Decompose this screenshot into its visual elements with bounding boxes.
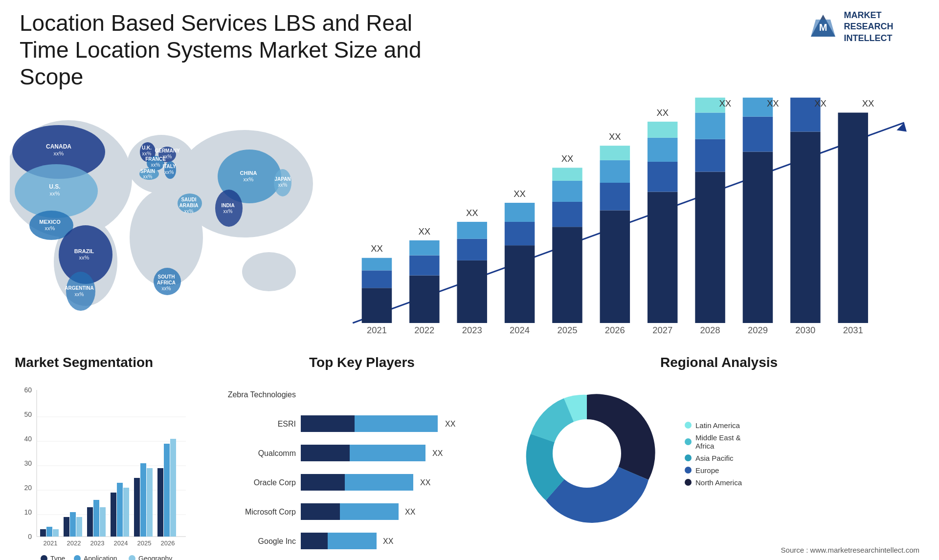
logo-icon: M (808, 12, 838, 42)
svg-point-9 (242, 252, 296, 291)
svg-rect-76 (505, 203, 535, 222)
svg-rect-103 (743, 151, 773, 323)
svg-text:Geography: Geography (138, 555, 172, 560)
svg-rect-162 (301, 415, 355, 432)
svg-text:Google Inc: Google Inc (258, 537, 296, 545)
svg-text:Microsoft Corp: Microsoft Corp (245, 508, 296, 516)
svg-text:40: 40 (24, 435, 32, 443)
svg-rect-141 (111, 493, 116, 537)
legend-middle-east: Middle East &Africa (685, 433, 742, 450)
svg-text:xx%: xx% (163, 154, 172, 159)
svg-text:JAPAN: JAPAN (274, 176, 291, 182)
svg-text:XX: XX (466, 207, 478, 217)
svg-text:GERMANY: GERMANY (155, 148, 179, 153)
svg-rect-149 (157, 468, 163, 537)
svg-rect-59 (362, 288, 392, 323)
svg-text:2022: 2022 (414, 324, 434, 335)
svg-rect-70 (457, 238, 487, 260)
logo-box: M MARKETRESEARCHINTELLECT (808, 10, 893, 44)
svg-text:ARABIA: ARABIA (179, 203, 199, 208)
svg-text:U.K.: U.K. (142, 145, 152, 151)
svg-point-23 (215, 190, 243, 227)
svg-text:2027: 2027 (652, 324, 672, 335)
svg-rect-75 (505, 222, 535, 245)
svg-text:xx%: xx% (162, 286, 171, 291)
svg-rect-88 (600, 146, 630, 160)
chart-section: XX 2021 XX 2022 XX 2023 XX 2024 (313, 96, 929, 350)
svg-text:2029: 2029 (748, 324, 768, 335)
svg-text:XX: XX (420, 478, 431, 487)
svg-text:2024: 2024 (114, 539, 128, 547)
legend-north-america: North America (685, 478, 742, 487)
svg-rect-166 (301, 445, 350, 461)
svg-rect-74 (505, 245, 535, 323)
svg-text:xx%: xx% (75, 292, 84, 297)
svg-text:2030: 2030 (795, 324, 815, 335)
svg-text:xx%: xx% (184, 209, 194, 214)
svg-text:ESRI: ESRI (278, 420, 296, 428)
map-section: CANADA xx% U.S. xx% MEXICO xx% BRAZIL xx… (10, 96, 313, 350)
svg-rect-61 (362, 258, 392, 270)
svg-text:XX: XX (514, 188, 526, 198)
svg-text:2025: 2025 (137, 539, 152, 547)
svg-text:50: 50 (24, 410, 32, 418)
svg-text:BRAZIL: BRAZIL (74, 248, 94, 254)
svg-text:xx%: xx% (143, 174, 153, 179)
svg-text:XX: XX (656, 107, 669, 117)
svg-rect-129 (40, 529, 46, 537)
segmentation-title: Market Segmentation (10, 355, 215, 370)
legend-latin-america: Latin America (685, 421, 742, 430)
segmentation-section: Market Segmentation 0 10 20 30 40 50 60 (10, 355, 215, 560)
svg-rect-147 (147, 468, 153, 537)
svg-text:2025: 2025 (557, 324, 577, 335)
svg-rect-99 (695, 112, 725, 139)
svg-text:xx%: xx% (224, 209, 233, 214)
svg-text:Oracle Corp: Oracle Corp (254, 478, 296, 487)
svg-text:xx%: xx% (79, 255, 89, 260)
logo-area: M MARKETRESEARCHINTELLECT (782, 10, 919, 44)
svg-rect-79 (552, 227, 582, 323)
world-map: CANADA xx% U.S. xx% MEXICO xx% BRAZIL xx… (10, 96, 313, 330)
svg-text:CANADA: CANADA (46, 143, 71, 150)
svg-rect-108 (790, 131, 821, 323)
svg-rect-139 (100, 507, 106, 537)
svg-rect-64 (409, 275, 440, 323)
svg-text:ITALY: ITALY (162, 164, 176, 169)
svg-text:Zebra Technologies: Zebra Technologies (228, 390, 296, 399)
svg-point-14 (66, 272, 95, 311)
middle-east-label: Middle East &Africa (695, 433, 741, 450)
latin-america-label: Latin America (695, 421, 740, 430)
svg-text:U.S.: U.S. (49, 183, 60, 190)
svg-rect-142 (117, 483, 123, 537)
source-line: Source : www.marketresearchintellect.com (781, 546, 919, 554)
svg-rect-66 (409, 240, 440, 255)
svg-point-153 (41, 555, 47, 560)
svg-text:2021: 2021 (367, 324, 387, 335)
svg-text:INDIA: INDIA (221, 203, 234, 208)
svg-text:xx%: xx% (244, 176, 254, 182)
logo-text: MARKETRESEARCHINTELLECT (844, 10, 893, 44)
content-area: CANADA xx% U.S. xx% MEXICO xx% BRAZIL xx… (0, 96, 939, 350)
svg-text:CHINA: CHINA (240, 170, 257, 176)
svg-rect-145 (134, 478, 140, 537)
svg-rect-82 (552, 168, 582, 181)
svg-text:xx%: xx% (54, 151, 64, 156)
svg-text:SPAIN: SPAIN (140, 169, 155, 174)
svg-rect-146 (140, 463, 146, 537)
svg-text:20: 20 (24, 484, 32, 492)
svg-text:XX: XX (609, 131, 621, 141)
svg-rect-174 (301, 503, 340, 520)
svg-text:2021: 2021 (44, 539, 58, 547)
svg-rect-143 (123, 488, 129, 537)
svg-rect-92 (648, 162, 678, 192)
svg-rect-138 (93, 500, 99, 537)
svg-rect-87 (600, 160, 630, 182)
svg-rect-151 (170, 439, 176, 537)
regional-donut-chart (509, 375, 665, 532)
svg-rect-85 (600, 210, 630, 323)
svg-rect-94 (648, 122, 678, 138)
svg-rect-112 (838, 112, 868, 323)
bottom-area: Market Segmentation 0 10 20 30 40 50 60 (0, 350, 939, 560)
svg-text:XX: XX (371, 243, 383, 254)
growth-bar-chart: XX 2021 XX 2022 XX 2023 XX 2024 (328, 96, 929, 350)
